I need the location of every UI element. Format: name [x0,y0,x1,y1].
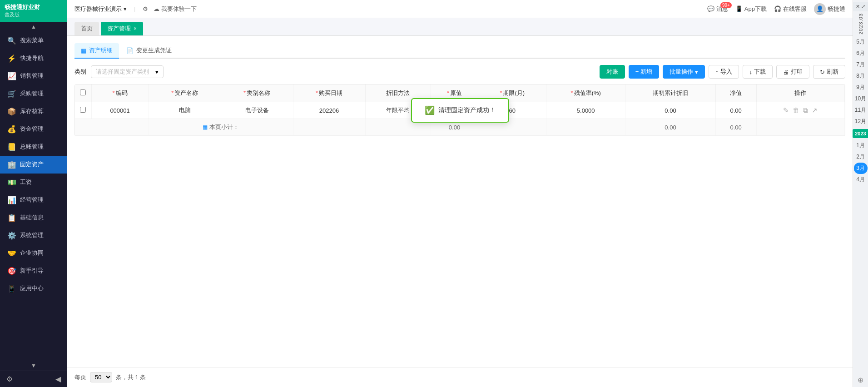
month-item-3[interactable]: 3月 [854,163,868,174]
more-icon[interactable]: ↗ [812,106,818,114]
close-panel-icon[interactable]: ✕ [856,4,860,10]
sidebar-item-base-info[interactable]: 📋 基础信息 [0,209,67,227]
collapse-icon[interactable]: ◀ [55,375,61,383]
sidebar-scroll-up[interactable]: ▲ [0,22,67,32]
month-item-6[interactable]: 6月 [854,48,868,59]
new-button[interactable]: + 新增 [629,65,659,79]
cell-action: ✎ 🗑 ⧉ ↗ [756,102,844,119]
month-item-1[interactable]: 1月 [854,140,868,151]
app-download-button[interactable]: 📱 App下载 [735,5,767,13]
cloud-icon: ☁ [154,5,159,12]
sidebar-item-system[interactable]: ⚙️ 系统管理 [0,227,67,244]
sidebar-item-enterprise[interactable]: 🤝 企业协同 [0,244,67,262]
right-panel: ✕ ⤢ 2023.03 5月 6月 7月 8月 9月 10月 11月 12月 2… [853,0,868,387]
online-service-button[interactable]: 🎧 在线客服 [774,5,807,13]
month-item-4[interactable]: 4月 [854,174,868,185]
col-residual-rate: *残值率(%) [546,84,625,102]
subtotal-action [756,119,844,136]
cell-net-value: 0.00 [715,102,756,119]
tab-asset-management[interactable]: 资产管理 × [101,22,143,35]
topbar-divider: | [134,5,135,12]
sidebar-item-operations[interactable]: 📊 经营管理 [0,191,67,209]
cell-code: 000001 [91,102,149,119]
sidebar-item-label: 新手引导 [20,267,44,275]
sidebar-item-fixed-assets[interactable]: 🏢 固定资产 [0,156,67,174]
service-icon: 🎧 [774,5,781,12]
import-button[interactable]: ↑ 导入 [709,65,739,79]
import-label: 导入 [720,68,732,76]
company-dropdown-icon: ▾ [124,5,127,12]
edit-icon[interactable]: ✎ [783,106,789,114]
sidebar-item-salary[interactable]: 💵 工资 [0,174,67,191]
sub-tab-change-voucher[interactable]: 📄 变更生成凭证 [120,43,178,59]
row-checkbox[interactable] [80,107,86,113]
print-button[interactable]: 🖨 打印 [776,65,809,79]
month-item-7[interactable]: 7月 [854,59,868,70]
expand-panel-icon[interactable]: ⤢ [861,4,865,10]
sidebar-item-label: 销售管理 [20,72,44,80]
message-button[interactable]: 💬 消息 99+ [707,5,728,13]
select-all-checkbox[interactable] [80,89,86,95]
tab-home[interactable]: 首页 [74,22,99,35]
category-select[interactable]: 请选择固定资产类别 ▾ [91,65,164,78]
sidebar-item-inventory[interactable]: 📦 库存核算 [0,103,67,120]
sidebar-item-capital[interactable]: 💰 资金管理 [0,120,67,138]
month-item-10[interactable]: 10月 [854,93,868,104]
sidebar-item-label: 快捷导航 [20,54,44,62]
base-info-icon: 📋 [7,213,16,222]
tab-close-icon[interactable]: × [134,25,137,32]
subtotal-net: 0.00 [715,119,756,136]
sidebar-item-label: 基础信息 [20,213,44,222]
month-item-5[interactable]: 5月 [854,36,868,48]
fixed-assets-icon: 🏢 [7,160,16,169]
refresh-button[interactable]: ↻ 刷新 [813,65,845,79]
sidebar-scroll-down[interactable]: ▼ [0,361,67,371]
sidebar-item-sales[interactable]: 📈 销售管理 [0,67,67,85]
month-item-12[interactable]: 12月 [854,116,868,127]
gear-icon: ⚙ [143,5,148,12]
salary-icon: 💵 [7,178,16,187]
download-button[interactable]: ↓ 下载 [743,65,773,79]
col-name: *资产名称 [149,84,221,102]
subtotal-col4 [293,119,365,136]
company-selector[interactable]: 医疗器械行业演示 ▾ [74,5,127,13]
action-icons: ✎ 🗑 ⧉ ↗ [760,106,841,114]
sidebar-item-search[interactable]: 🔍 搜索菜单 [0,32,67,50]
subtotal-label: ▦ 本页小计： [153,123,289,131]
settings-icon[interactable]: ⚙ [6,375,13,383]
batch-ops-label: 批量操作 [670,68,693,76]
reconcile-button[interactable]: 对账 [600,65,625,79]
tab-asset-label: 资产管理 [107,25,131,33]
sidebar-item-label: 固定资产 [20,160,44,169]
sidebar-item-guide[interactable]: 🎯 新手引导 [0,262,67,280]
cell-name: 电脑 [149,102,221,119]
delete-icon[interactable]: 🗑 [793,106,799,114]
experience-button[interactable]: ☁ 我要体验一下 [154,5,197,13]
month-item-11[interactable]: 11月 [854,104,868,116]
year-marker: 2023 [853,129,868,138]
per-page-select[interactable]: 50 [90,372,112,382]
sales-icon: 📈 [7,72,16,80]
month-item-2[interactable]: 2月 [854,151,868,163]
sidebar-item-purchase[interactable]: 🛒 采购管理 [0,85,67,103]
scroll-down-panel-icon[interactable]: ⊕ [857,373,864,387]
topbar: 医疗器械行业演示 ▾ | ⚙ ☁ 我要体验一下 💬 消息 99+ 📱 App下载… [67,0,853,18]
user-avatar-area[interactable]: 👤 畅捷通 [814,3,845,15]
sidebar-item-label: 搜索菜单 [20,36,44,45]
download-icon: 📱 [735,5,743,12]
month-item-9[interactable]: 9月 [854,82,868,93]
sidebar-item-quick-nav[interactable]: ⚡ 快捷导航 [0,50,67,67]
month-item-8[interactable]: 8月 [854,70,868,82]
batch-ops-button[interactable]: 批量操作 ▾ [663,65,705,79]
sidebar-item-label: 企业协同 [20,249,44,257]
print-icon: 🖨 [783,69,789,75]
copy-icon[interactable]: ⧉ [803,106,808,114]
sidebar-item-app-center[interactable]: 📱 应用中心 [0,280,67,298]
sidebar-item-ledger[interactable]: 📒 总账管理 [0,138,67,156]
settings-gear[interactable]: ⚙ [143,5,148,12]
total-text: 条，共 1 条 [116,373,146,382]
sub-tab-asset-detail[interactable]: ▦ 资产明细 [74,43,119,59]
new-label: + 新增 [635,68,652,76]
dropdown-arrow-icon: ▾ [155,69,159,75]
content-area: ▦ 资产明细 📄 变更生成凭证 类别 请选择固定资产类别 ▾ 对账 [67,36,853,367]
